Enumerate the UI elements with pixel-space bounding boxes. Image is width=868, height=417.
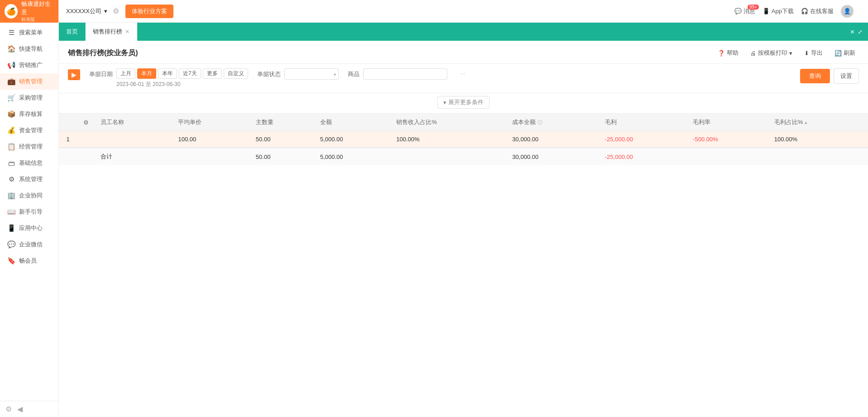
msg-btn[interactable]: 💬 消息 99+	[734, 7, 755, 15]
filter-status-section: 单据状态 ▾	[257, 68, 339, 80]
cell-gross: -25,000.00	[599, 131, 687, 148]
col-avg-price: 平均单价	[173, 114, 250, 131]
app-download-btn[interactable]: 📱 App下载	[762, 7, 794, 15]
sidebar-item-member[interactable]: 🔖畅会员	[0, 253, 58, 269]
tabbar-actions: ✕ ⤢	[844, 29, 868, 35]
print-dropdown-icon[interactable]: ▾	[789, 50, 792, 57]
sidebar-item-enterprise[interactable]: 🏢企业协同	[0, 187, 58, 204]
footer-gross-pct	[769, 148, 868, 165]
table-row: 1 100.00 50.00 5,000.00 100.00% 30,000.0…	[59, 131, 868, 148]
table-footer: 合计 50.00 5,000.00 30,000.00 -25,000.00	[59, 148, 868, 165]
sidebar-nav: ☰搜索菜单🏠快捷导航📢营销推广💼销售管理🛒采购管理📦库存核算💰资金管理📋经营管理…	[0, 23, 58, 401]
tab-home-label: 首页	[66, 28, 78, 36]
col-settings[interactable]: ⚙	[77, 114, 95, 131]
table-header: ⚙ 员工名称 平均单价 主数量 全额 销售收入占比% 成本全额 ⓘ 毛利 毛利率…	[59, 114, 868, 131]
user-avatar[interactable]: 👤	[841, 5, 854, 18]
sidebar-item-shortcut[interactable]: 🏠快捷导航	[0, 41, 58, 57]
enterprise-icon: 🏢	[7, 192, 15, 200]
sidebar-item-guide[interactable]: 📖新手引导	[0, 204, 58, 220]
table-header-row: ⚙ 员工名称 平均单价 主数量 全额 销售收入占比% 成本全额 ⓘ 毛利 毛利率…	[59, 114, 868, 131]
date-curr-month-btn[interactable]: 本月	[137, 68, 156, 79]
footer-gross-rate	[687, 148, 769, 165]
col-gross-rate: 毛利率	[687, 114, 769, 131]
settings-icon[interactable]: ⚙	[5, 405, 12, 413]
service-btn[interactable]: 🎧 在线客服	[801, 7, 834, 15]
cell-avg-price: 100.00	[173, 131, 250, 148]
date-prev-month-btn[interactable]: 上月	[116, 68, 135, 79]
sidebar-label-system: 系统管理	[19, 175, 43, 183]
date-range-display: 2023-06-01 至 2023-06-30	[116, 81, 248, 88]
industry-btn[interactable]: 体验行业方案	[125, 5, 173, 18]
col-sales-pct: 销售收入占比%	[391, 114, 507, 131]
tab-expand-icon[interactable]: ⤢	[858, 29, 863, 35]
sidebar-item-purchase[interactable]: 🛒采购管理	[0, 90, 58, 106]
help-btn[interactable]: ❓ 帮助	[714, 47, 742, 59]
sidebar-label-base: 基础信息	[19, 159, 43, 167]
tab-home[interactable]: 首页	[59, 23, 86, 41]
cell-amount: 5,000.00	[315, 131, 391, 148]
footer-quantity: 50.00	[250, 148, 315, 165]
date-label: 单据日期	[89, 68, 113, 78]
sidebar-label-apps: 应用中心	[19, 224, 43, 232]
date-curr-year-btn[interactable]: 本年	[158, 68, 177, 79]
tab-close-icon[interactable]: ✕	[125, 29, 129, 35]
topbar-gear-icon[interactable]: ⚙	[113, 7, 119, 15]
sidebar-item-finance[interactable]: 💰资金管理	[0, 122, 58, 139]
footer-cost: 30,000.00	[507, 148, 599, 165]
col-gross: 毛利	[599, 114, 687, 131]
tabbar: 首页 销售排行榜 ✕ ✕ ⤢	[59, 23, 868, 41]
sidebar-label-purchase: 采购管理	[19, 94, 43, 102]
finance-icon: 💰	[7, 126, 15, 134]
col-amount: 全额	[315, 114, 391, 131]
footer-gross: -25,000.00	[599, 148, 687, 165]
sidebar-item-inventory[interactable]: 📦库存核算	[0, 106, 58, 122]
date-buttons-row: 上月 本月 本年 近7天 更多 自定义	[116, 68, 248, 79]
settings-btn[interactable]: 设置	[834, 68, 859, 84]
date-7days-btn[interactable]: 近7天	[179, 68, 201, 79]
filter-goods-section: 商品	[348, 68, 447, 80]
filter-more-icon[interactable]: …	[456, 68, 469, 77]
query-btn[interactable]: 查询	[800, 69, 830, 83]
print-icon: 🖨	[750, 50, 756, 57]
footer-empty1	[59, 148, 77, 165]
footer-empty2	[77, 148, 95, 165]
expand-more-btn[interactable]: ▾ 展开更多条件	[437, 96, 489, 109]
company-dropdown-icon[interactable]: ▾	[104, 8, 107, 14]
tab-close-all-icon[interactable]: ✕	[850, 29, 855, 35]
sidebar-label-wechat: 企业微信	[19, 240, 43, 249]
sidebar-item-marketing[interactable]: 📢营销推广	[0, 57, 58, 73]
company-selector[interactable]: XXXXXX公司 ▾	[66, 7, 107, 15]
inventory-icon: 📦	[7, 110, 15, 118]
date-options: 上月 本月 本年 近7天 更多 自定义 2023-06-01 至 2023-06…	[116, 68, 248, 88]
footer-avg-price	[173, 148, 250, 165]
page-title: 销售排行榜(按业务员)	[68, 48, 138, 58]
date-custom-btn[interactable]: 自定义	[224, 68, 248, 79]
date-more-btn[interactable]: 更多	[203, 68, 222, 79]
help-icon: ❓	[718, 50, 725, 57]
filter-toggle-btn[interactable]: ▶	[68, 69, 80, 80]
sidebar-item-system[interactable]: ⚙系统管理	[0, 171, 58, 187]
goods-input[interactable]	[363, 68, 447, 80]
sidebar-item-operation[interactable]: 📋经营管理	[0, 139, 58, 155]
topbar: XXXXXX公司 ▾ ⚙ 体验行业方案 💬 消息 99+ 📱 App下载 🎧 在…	[59, 0, 868, 23]
sidebar-item-sales[interactable]: 💼销售管理	[0, 73, 58, 90]
print-btn[interactable]: 🖨 按模板打印 ▾	[747, 47, 796, 59]
status-label: 单据状态	[257, 68, 281, 78]
collapse-icon[interactable]: ◀	[17, 405, 23, 413]
cell-settings	[77, 131, 95, 148]
sidebar-item-apps[interactable]: 📱应用中心	[0, 220, 58, 236]
purchase-icon: 🛒	[7, 94, 15, 102]
filter-row: ▶ 单据日期 上月 本月 本年 近7天 更多 自定义 2023-06-01 至 …	[59, 64, 868, 93]
sidebar-label-enterprise: 企业协同	[19, 192, 43, 200]
export-btn[interactable]: ⬇ 导出	[801, 47, 826, 59]
sidebar-item-base[interactable]: 🗃基础信息	[0, 155, 58, 171]
refresh-btn[interactable]: 🔄 刷新	[831, 47, 859, 59]
sidebar-item-search[interactable]: ☰搜索菜单	[0, 24, 58, 41]
col-cost: 成本全额 ⓘ	[507, 114, 599, 131]
col-rank	[59, 114, 77, 131]
sidebar-item-wechat[interactable]: 💬企业微信	[0, 236, 58, 253]
apps-icon: 📱	[7, 224, 15, 232]
status-select[interactable]	[284, 68, 339, 80]
export-icon: ⬇	[804, 50, 809, 57]
tab-sales-rank[interactable]: 销售排行榜 ✕	[86, 23, 137, 41]
